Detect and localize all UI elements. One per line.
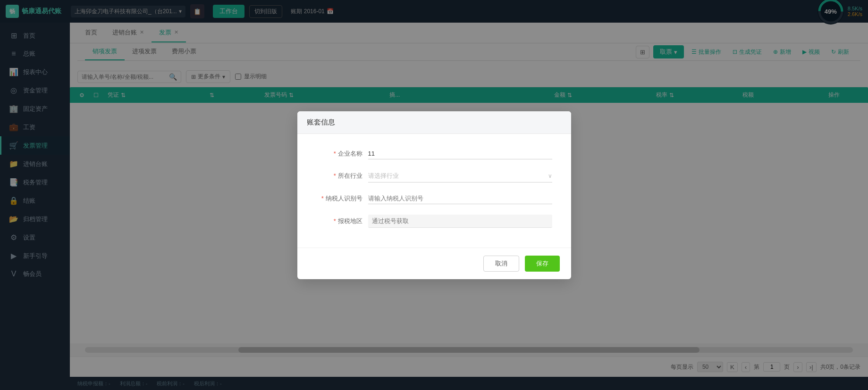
label-tax-region: * 报税地区: [316, 217, 368, 225]
dialog-title: 账套信息: [307, 118, 335, 126]
dialog-header: 账套信息: [297, 111, 571, 134]
required-star: *: [334, 150, 336, 157]
dialog-overlay: 账套信息 * 企业名称 * 所在行业 请选择行业 ∨: [0, 0, 868, 390]
dialog-footer: 取消 保存: [297, 248, 571, 279]
form-row-tax-region: * 报税地区: [316, 215, 552, 228]
required-star: *: [321, 195, 324, 202]
enterprise-name-input[interactable]: [368, 148, 552, 159]
required-star: *: [334, 172, 336, 179]
account-info-dialog: 账套信息 * 企业名称 * 所在行业 请选择行业 ∨: [297, 111, 571, 279]
label-industry: * 所在行业: [316, 172, 368, 180]
tax-region-input: [368, 215, 552, 228]
label-tax-id: * 纳税人识别号: [316, 194, 368, 203]
form-row-enterprise-name: * 企业名称: [316, 148, 552, 159]
required-star: *: [334, 217, 336, 224]
label-enterprise-name: * 企业名称: [316, 149, 368, 158]
dialog-body: * 企业名称 * 所在行业 请选择行业 ∨ *: [297, 134, 571, 248]
industry-select[interactable]: 请选择行业 ∨: [368, 170, 552, 183]
industry-placeholder: 请选择行业: [368, 172, 399, 180]
save-button[interactable]: 保存: [525, 256, 560, 272]
form-row-industry: * 所在行业 请选择行业 ∨: [316, 170, 552, 183]
tax-id-input[interactable]: [368, 193, 552, 204]
form-row-tax-id: * 纳税人识别号: [316, 193, 552, 204]
chevron-down-icon: ∨: [548, 173, 552, 179]
cancel-button[interactable]: 取消: [483, 256, 519, 272]
